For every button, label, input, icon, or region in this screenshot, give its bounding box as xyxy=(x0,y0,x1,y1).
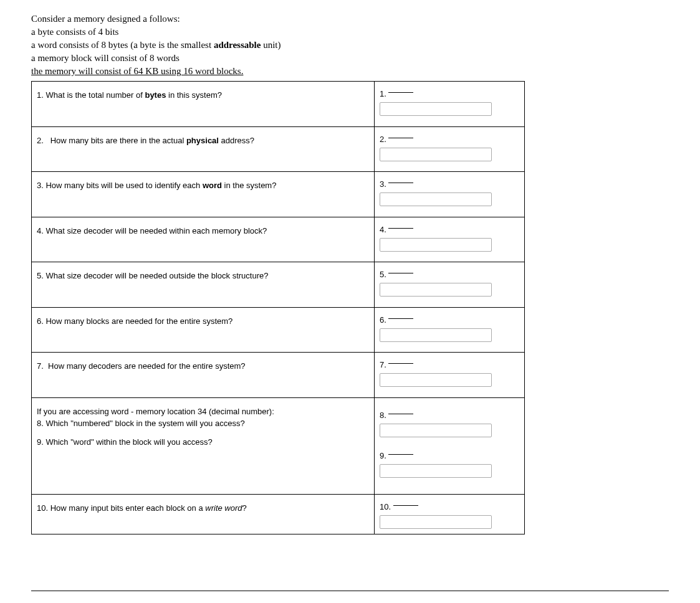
table-row: 1. What is the total number of bytes in … xyxy=(32,82,525,127)
question-cell-3: 3. How many bits will be used to identif… xyxy=(32,172,375,217)
intro-line-1: Consider a memory designed a follows: xyxy=(31,12,669,26)
question-cell-4: 4. What size decoder will be needed with… xyxy=(32,217,375,262)
answer-input-4[interactable] xyxy=(380,238,492,252)
answer-cell-4: 4. xyxy=(375,217,525,262)
blank-line xyxy=(388,92,413,93)
answer-cell-7: 7. xyxy=(375,353,525,398)
answer-cell-1: 1. xyxy=(375,82,525,127)
answer-cell-2: 2. xyxy=(375,126,525,172)
blank-line xyxy=(393,505,418,506)
intro-block: Consider a memory designed a follows: a … xyxy=(31,12,669,78)
intro-line-4: a memory block will consist of 8 words xyxy=(31,52,669,65)
answer-input-5[interactable] xyxy=(380,283,492,297)
questions-table: 1. What is the total number of bytes in … xyxy=(31,81,525,534)
answer-cell-8-9: 8. 9. xyxy=(375,397,525,494)
blank-line xyxy=(388,454,413,455)
question-cell-8-9: If you are accessing word - memory locat… xyxy=(32,397,375,494)
answer-input-10[interactable] xyxy=(380,515,492,529)
answer-cell-5: 5. xyxy=(375,262,525,308)
answer-input-1[interactable] xyxy=(380,102,492,116)
table-row: 5. What size decoder will be needed outs… xyxy=(32,262,525,308)
bottom-divider xyxy=(31,591,669,591)
question-cell-6: 6. How many blocks are needed for the en… xyxy=(32,307,375,353)
table-row: 7. How many decoders are needed for the … xyxy=(32,353,525,398)
question-cell-10: 10. How many input bits enter each block… xyxy=(32,494,375,534)
answer-input-3[interactable] xyxy=(380,192,492,206)
answer-input-7[interactable] xyxy=(380,373,492,387)
blank-line xyxy=(388,363,413,364)
intro-line-5: the memory will consist of 64 KB using 1… xyxy=(31,65,669,78)
blank-line xyxy=(388,183,413,183)
table-row: 3. How many bits will be used to identif… xyxy=(32,172,525,217)
answer-cell-6: 6. xyxy=(375,307,525,353)
answer-input-8[interactable] xyxy=(380,424,492,437)
question-cell-1: 1. What is the total number of bytes in … xyxy=(32,82,375,127)
answer-cell-10: 10. xyxy=(375,494,525,534)
answer-input-6[interactable] xyxy=(380,328,492,342)
intro-line-3: a word consists of 8 bytes (a byte is th… xyxy=(31,39,669,52)
table-row: If you are accessing word - memory locat… xyxy=(32,397,525,494)
intro-line-2: a byte consists of 4 bits xyxy=(31,26,669,39)
blank-line xyxy=(388,273,413,273)
question-cell-2: 2. How many bits are there in the actual… xyxy=(32,126,375,172)
blank-line xyxy=(388,318,413,319)
table-row: 10. How many input bits enter each block… xyxy=(32,494,525,534)
table-row: 4. What size decoder will be needed with… xyxy=(32,217,525,262)
blank-line xyxy=(388,228,413,229)
table-row: 2. How many bits are there in the actual… xyxy=(32,126,525,172)
question-cell-7: 7. How many decoders are needed for the … xyxy=(32,353,375,398)
table-row: 6. How many blocks are needed for the en… xyxy=(32,307,525,353)
blank-line xyxy=(388,414,413,414)
answer-input-9[interactable] xyxy=(380,464,492,478)
question-cell-5: 5. What size decoder will be needed outs… xyxy=(32,262,375,308)
answer-cell-3: 3. xyxy=(375,172,525,217)
answer-input-2[interactable] xyxy=(380,148,492,161)
blank-line xyxy=(388,138,413,138)
